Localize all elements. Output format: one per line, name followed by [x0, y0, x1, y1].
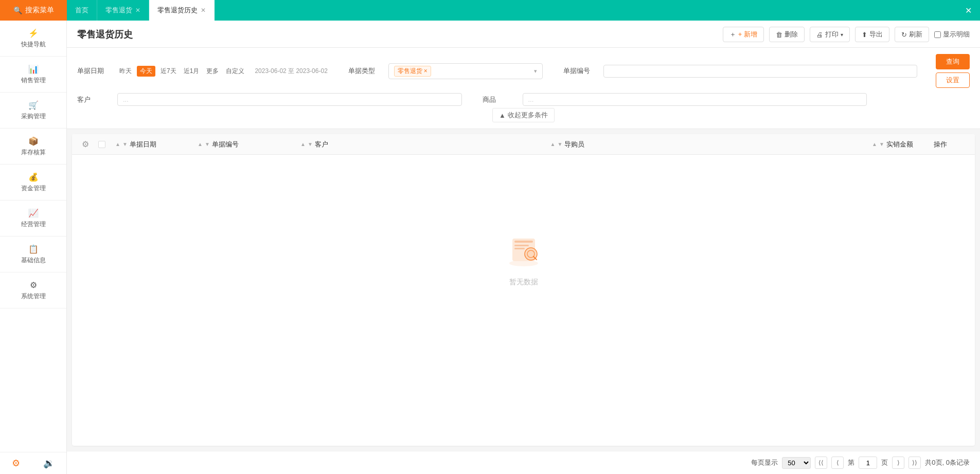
export-icon: ⬆: [862, 31, 867, 39]
audio-icon[interactable]: 🔉: [43, 458, 55, 469]
main-layout: ⚡ 快捷导航 📊 销售管理 🛒 采购管理 📦 库存核算 💰 资金管理 📈 经营管…: [0, 21, 980, 474]
date-buttons: 昨天 今天 近7天 近1月 更多 自定义: [117, 66, 246, 77]
goods-label: 商品: [483, 95, 519, 104]
page-input[interactable]: [859, 457, 877, 469]
content-area: 零售退货历史 ＋ + 新增 🗑 删除 🖨 打印 ▾: [67, 21, 980, 474]
quicknav-icon: ⚡: [28, 28, 39, 38]
new-button[interactable]: ＋ + 新增: [723, 27, 764, 42]
search-menu-bar[interactable]: 🔍 搜索菜单: [0, 0, 67, 21]
sort-down-icon5: ▼: [879, 141, 884, 147]
date-7days[interactable]: 近7天: [158, 66, 179, 77]
settings-icon[interactable]: ⚙: [12, 458, 20, 469]
th-operations: 操作: [929, 140, 970, 149]
date-today[interactable]: 今天: [137, 66, 155, 77]
customer-select[interactable]: ...: [117, 93, 462, 106]
last-page-button[interactable]: ⟩⟩: [908, 457, 921, 469]
select-chevron-icon: ▾: [534, 68, 537, 75]
header-actions: ＋ + 新增 🗑 删除 🖨 打印 ▾ ⬆ 导出: [723, 27, 970, 42]
tab-home-label: 首页: [75, 6, 88, 15]
prev-page-button[interactable]: ⟨: [831, 457, 844, 469]
export-button[interactable]: ⬆ 导出: [855, 27, 889, 42]
sidebar-bottom: ⚙ 🔉: [0, 452, 66, 474]
sidebar-item-basic-info[interactable]: 📋 基础信息: [0, 236, 66, 272]
sort-up-icon5: ▲: [872, 141, 877, 147]
goods-filter: 商品 ...: [483, 93, 867, 106]
plus-icon: ＋: [729, 30, 736, 39]
display-detail-toggle[interactable]: 显示明细: [934, 30, 970, 39]
query-button[interactable]: 查询: [936, 54, 970, 69]
close-window-icon[interactable]: ✕: [965, 6, 972, 15]
table-settings-icon[interactable]: ⚙: [77, 139, 94, 149]
page-header-top: 零售退货历史 ＋ + 新增 🗑 删除 🖨 打印 ▾: [77, 27, 970, 47]
date-1month[interactable]: 近1月: [182, 66, 202, 77]
table-header: ⚙ ▲ ▼ 单据日期 ▲ ▼ 单据编号 ▲ ▼ 客户: [72, 134, 975, 155]
sort-up-icon3: ▲: [300, 141, 306, 147]
date-yesterday[interactable]: 昨天: [117, 66, 134, 77]
sales-icon: 📊: [28, 64, 39, 74]
display-detail-checkbox[interactable]: [934, 31, 941, 38]
refresh-button[interactable]: ↻ 刷新: [895, 27, 929, 42]
setting-button[interactable]: 设置: [936, 72, 970, 88]
sidebar-item-purchase[interactable]: 🛒 采购管理: [0, 93, 66, 129]
print-icon: 🖨: [816, 31, 823, 39]
tab-retail-return-history-close[interactable]: ✕: [201, 7, 206, 14]
search-icon: 🔍: [13, 6, 22, 14]
page-size-label: 每页显示: [751, 458, 778, 467]
sort-down-icon4: ▼: [557, 141, 562, 147]
search-menu-label: 搜索菜单: [25, 6, 54, 15]
sidebar-item-label: 资金管理: [21, 184, 46, 193]
tag-close-icon[interactable]: ×: [424, 67, 427, 75]
basic-info-icon: 📋: [28, 244, 39, 254]
sidebar-item-label: 快捷导航: [21, 40, 46, 49]
empty-state: 暂无数据: [72, 155, 975, 360]
tab-retail-return[interactable]: 零售退货 ✕: [97, 0, 149, 21]
bill-type-tag[interactable]: 零售退货 ×: [394, 66, 431, 77]
operations-icon: 📈: [28, 208, 39, 218]
bill-type-select[interactable]: 零售退货 × ▾: [388, 63, 543, 79]
sidebar-item-finance[interactable]: 💰 资金管理: [0, 165, 66, 200]
sidebar-item-label: 采购管理: [21, 112, 46, 121]
inventory-icon: 📦: [28, 136, 39, 146]
print-chevron-icon: ▾: [841, 32, 843, 38]
collapse-button[interactable]: ▲ 收起更多条件: [492, 108, 555, 122]
delete-button[interactable]: 🗑 删除: [769, 27, 805, 42]
next-page-button[interactable]: ⟩: [892, 457, 904, 469]
top-bar: 🔍 搜索菜单 首页 零售退货 ✕ 零售退货历史 ✕ ✕: [0, 0, 980, 21]
empty-text: 暂无数据: [509, 278, 538, 287]
table-area: ⚙ ▲ ▼ 单据日期 ▲ ▼ 单据编号 ▲ ▼ 客户: [72, 134, 975, 446]
svg-rect-2: [514, 241, 533, 243]
sidebar-item-operations[interactable]: 📈 经营管理: [0, 200, 66, 236]
bill-no-input[interactable]: [603, 65, 917, 78]
pagination: 每页显示 50 100 ⟨⟨ ⟨ 第 页 ⟩ ⟩⟩ 共0页, 0条记录: [67, 451, 980, 474]
first-page-button[interactable]: ⟨⟨: [815, 457, 827, 469]
tab-bar: 首页 零售退货 ✕ 零售退货历史 ✕: [67, 0, 965, 21]
date-custom[interactable]: 自定义: [224, 66, 246, 77]
bill-type-filter: 单据类型 零售退货 × ▾: [348, 63, 543, 79]
select-all-checkbox[interactable]: [98, 141, 105, 148]
page-size-select[interactable]: 50 100: [782, 457, 811, 469]
print-button[interactable]: 🖨 打印 ▾: [810, 27, 850, 42]
svg-rect-4: [514, 248, 525, 249]
sidebar-item-sales[interactable]: 📊 销售管理: [0, 57, 66, 93]
th-customer: ▲ ▼ 客户: [295, 140, 545, 149]
th-bill: ▲ ▼ 单据编号: [192, 140, 295, 149]
sidebar-item-quicknav[interactable]: ⚡ 快捷导航: [0, 21, 66, 57]
tab-home[interactable]: 首页: [67, 0, 97, 21]
date-more[interactable]: 更多: [204, 66, 221, 77]
sidebar-item-label: 经营管理: [21, 220, 46, 229]
sidebar-item-label: 库存核算: [21, 148, 46, 157]
top-bar-right: ✕: [965, 6, 980, 15]
table-select-all[interactable]: [94, 141, 110, 148]
tab-retail-return-close[interactable]: ✕: [135, 7, 140, 14]
goods-dots: ...: [528, 96, 534, 103]
th-amount: ▲ ▼ 实销金额: [867, 140, 929, 149]
collapse-row: ▲ 收起更多条件: [77, 108, 970, 122]
sidebar-item-inventory[interactable]: 📦 库存核算: [0, 129, 66, 165]
query-setting-buttons: 查询 设置: [936, 54, 970, 88]
goods-select[interactable]: ...: [523, 93, 867, 106]
sidebar-item-system[interactable]: ⚙ 系统管理: [0, 272, 66, 308]
customer-label: 客户: [77, 95, 113, 104]
sidebar-item-label: 系统管理: [21, 292, 46, 301]
tab-retail-return-history[interactable]: 零售退货历史 ✕: [149, 0, 215, 21]
date-filter: 单据日期 昨天 今天 近7天 近1月 更多 自定义 2023-06-02 至 2…: [77, 66, 328, 77]
